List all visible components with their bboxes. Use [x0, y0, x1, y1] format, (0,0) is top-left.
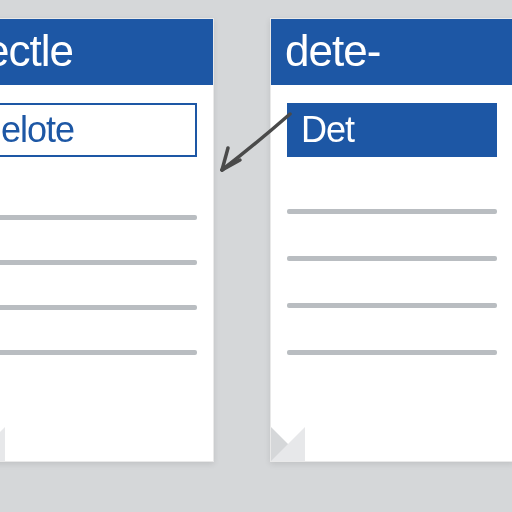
document-left: ectle elote [0, 18, 214, 462]
document-left-header: ectle [0, 19, 213, 85]
document-right-header: dete- [271, 19, 512, 85]
document-left-lines [0, 215, 197, 355]
page-fold-icon [271, 427, 305, 461]
text-line [287, 303, 497, 308]
text-line [0, 305, 197, 310]
text-line [0, 350, 197, 355]
document-right-subheader: Det [287, 103, 497, 157]
document-left-subheader: elote [0, 103, 197, 157]
document-right-title: dete- [285, 26, 380, 75]
document-left-subheader-text: elote [1, 109, 74, 151]
illustration-stage: ectle elote dete- Det [0, 0, 512, 512]
document-left-body: elote [0, 85, 213, 371]
text-line [287, 350, 497, 355]
text-line [287, 256, 497, 261]
text-line [287, 209, 497, 214]
document-right: dete- Det [270, 18, 512, 462]
document-right-body: Det [271, 85, 512, 371]
document-right-subheader-text: Det [301, 109, 354, 151]
document-left-title: ectle [0, 26, 73, 75]
text-line [0, 260, 197, 265]
text-line [0, 215, 197, 220]
document-right-lines [287, 209, 497, 355]
page-fold-icon [0, 427, 5, 461]
